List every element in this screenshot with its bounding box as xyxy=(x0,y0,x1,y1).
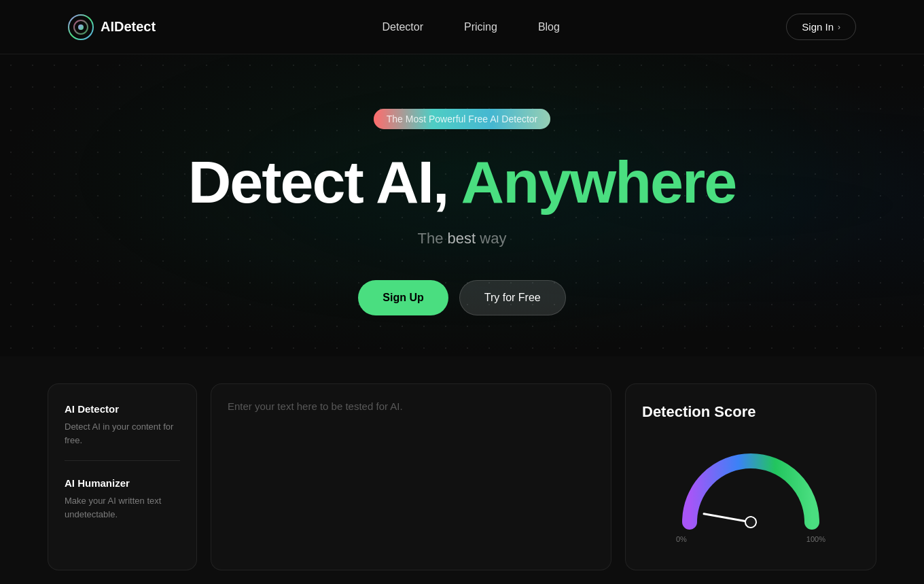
svg-line-3 xyxy=(704,514,751,522)
hero-section: The Most Powerful Free AI Detector Detec… xyxy=(0,54,924,356)
sign-in-button[interactable]: Sign In › xyxy=(786,14,856,40)
left-panel: AI Detector Detect AI in your content fo… xyxy=(48,383,197,570)
hero-title: Detect AI, Anywhere xyxy=(188,151,736,213)
logo-icon xyxy=(68,14,94,40)
try-free-button[interactable]: Try for Free xyxy=(459,280,566,315)
gauge-labels: 0% 100% xyxy=(676,535,825,543)
signup-button[interactable]: Sign Up xyxy=(358,280,448,315)
hero-title-white: Detect AI, xyxy=(188,148,448,216)
gauge-label-end: 100% xyxy=(806,535,825,543)
hero-badge: The Most Powerful Free AI Detector xyxy=(374,109,551,129)
subtitle-the: The xyxy=(418,230,444,247)
detection-score-title: Detection Score xyxy=(642,403,756,421)
nav-link-pricing[interactable]: Pricing xyxy=(464,21,497,33)
sign-in-label: Sign In xyxy=(802,21,834,33)
nav-links: Detector Pricing Blog xyxy=(383,21,560,33)
ai-humanizer-title: AI Humanizer xyxy=(65,477,180,489)
navbar: AIDetect Detector Pricing Blog Sign In › xyxy=(0,0,924,54)
badge-text: The Most Powerful Free AI Detector xyxy=(387,114,538,124)
gauge-needle xyxy=(703,509,758,528)
ai-detector-item[interactable]: AI Detector Detect AI in your content fo… xyxy=(65,403,180,461)
svg-point-4 xyxy=(745,516,758,529)
textarea-placeholder: Enter your text here to be tested for AI… xyxy=(225,398,597,415)
right-panel: Detection Score xyxy=(625,383,876,570)
logo-link[interactable]: AIDetect xyxy=(68,14,156,40)
gauge-wrapper xyxy=(676,444,825,532)
center-panel[interactable]: Enter your text here to be tested for AI… xyxy=(211,383,611,570)
nav-link-blog[interactable]: Blog xyxy=(538,21,560,33)
ai-detector-title: AI Detector xyxy=(65,403,180,415)
chevron-right-icon: › xyxy=(838,22,840,32)
nav-link-detector[interactable]: Detector xyxy=(383,21,423,33)
hero-buttons: Sign Up Try for Free xyxy=(358,280,565,315)
ai-humanizer-desc: Make your AI written text undetectable. xyxy=(65,494,180,521)
ai-humanizer-item[interactable]: AI Humanizer Make your AI written text u… xyxy=(65,477,180,534)
gauge-svg xyxy=(676,444,825,532)
gauge-label-start: 0% xyxy=(676,535,687,543)
subtitle-rest: way xyxy=(480,230,506,247)
subtitle-best: best xyxy=(448,230,476,247)
hero-subtitle: The best way xyxy=(418,230,507,247)
svg-point-2 xyxy=(78,24,84,30)
logo-text: AIDetect xyxy=(101,19,156,35)
bottom-section: AI Detector Detect AI in your content fo… xyxy=(0,356,924,584)
hero-title-green: Anywhere xyxy=(461,148,736,216)
ai-detector-desc: Detect AI in your content for free. xyxy=(65,420,180,447)
